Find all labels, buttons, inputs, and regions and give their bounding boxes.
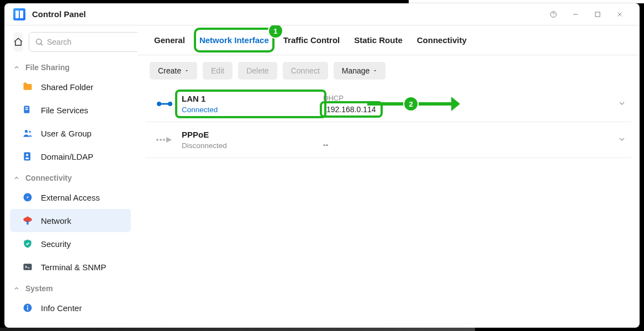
sidebar: File Sharing Shared Folder File Services… bbox=[4, 25, 138, 328]
svg-point-21 bbox=[27, 306, 28, 307]
help-button[interactable] bbox=[542, 3, 564, 25]
svg-point-27 bbox=[168, 102, 172, 106]
annotation-arrow: 2 bbox=[367, 102, 455, 106]
svg-marker-23 bbox=[186, 70, 188, 71]
interface-list: LAN 1 Connected DHCP 192.168.0.114 2 bbox=[138, 86, 640, 158]
annotation-step-2: 2 bbox=[404, 97, 418, 111]
connect-button: Connect bbox=[283, 62, 328, 80]
sidebar-item-label: File Services bbox=[41, 106, 88, 115]
sidebar-item-label: Info Center bbox=[41, 303, 82, 313]
shield-icon bbox=[22, 238, 33, 249]
delete-button: Delete bbox=[238, 62, 277, 80]
interface-row-lan1[interactable]: LAN 1 Connected DHCP 192.168.0.114 2 bbox=[145, 86, 632, 122]
svg-rect-17 bbox=[27, 221, 28, 225]
external-access-icon bbox=[22, 192, 33, 203]
interface-status: Disconnected bbox=[182, 141, 320, 150]
interface-name: LAN 1 bbox=[182, 94, 320, 103]
svg-rect-10 bbox=[25, 109, 28, 110]
titlebar: Control Panel bbox=[4, 3, 640, 25]
ethernet-connected-icon bbox=[151, 99, 178, 109]
sidebar-item-label: External Access bbox=[41, 193, 100, 202]
sidebar-item-label: Domain/LDAP bbox=[41, 152, 93, 161]
svg-rect-18 bbox=[24, 264, 32, 270]
home-button[interactable] bbox=[13, 32, 23, 52]
chevron-up-icon bbox=[13, 64, 20, 71]
sidebar-item-shared-folder[interactable]: Shared Folder bbox=[10, 75, 131, 98]
tab-static-route[interactable]: Static Route bbox=[353, 32, 404, 48]
svg-point-12 bbox=[29, 131, 31, 133]
maximize-button[interactable] bbox=[587, 3, 609, 25]
minimize-button[interactable] bbox=[564, 3, 587, 25]
terminal-icon bbox=[22, 261, 33, 272]
svg-point-1 bbox=[553, 15, 554, 16]
search-field[interactable] bbox=[29, 32, 138, 52]
close-button[interactable] bbox=[609, 3, 631, 25]
sidebar-item-user-group[interactable]: User & Group bbox=[10, 122, 131, 145]
interface-ip: -- bbox=[323, 140, 505, 149]
caret-down-icon bbox=[184, 69, 189, 73]
users-icon bbox=[22, 128, 33, 139]
manage-button[interactable]: Manage bbox=[334, 62, 386, 80]
svg-rect-22 bbox=[27, 307, 28, 310]
window-title: Control Panel bbox=[32, 9, 86, 19]
section-system[interactable]: System bbox=[4, 279, 136, 296]
sidebar-item-label: User & Group bbox=[41, 129, 92, 138]
section-connectivity[interactable]: Connectivity bbox=[4, 168, 136, 186]
interface-name: PPPoE bbox=[182, 130, 320, 139]
tab-general[interactable]: General bbox=[153, 32, 186, 48]
svg-point-11 bbox=[25, 130, 28, 133]
sidebar-item-security[interactable]: Security bbox=[10, 232, 131, 255]
sidebar-item-file-services[interactable]: File Services bbox=[10, 98, 131, 122]
chevron-up-icon bbox=[13, 285, 20, 292]
sidebar-item-terminal-snmp[interactable]: Terminal & SNMP bbox=[10, 255, 131, 279]
svg-point-14 bbox=[26, 154, 28, 156]
main-panel: General Network Interface 1 Traffic Cont… bbox=[138, 25, 640, 328]
chevron-down-icon[interactable] bbox=[617, 135, 626, 145]
edit-button: Edit bbox=[203, 62, 233, 80]
control-panel-app-icon bbox=[13, 8, 25, 20]
section-file-sharing[interactable]: File Sharing bbox=[4, 57, 136, 75]
info-icon bbox=[22, 302, 33, 313]
create-button[interactable]: Create bbox=[150, 62, 197, 80]
sidebar-item-info-center[interactable]: Info Center bbox=[10, 296, 131, 319]
svg-point-25 bbox=[157, 102, 161, 106]
tab-connectivity[interactable]: Connectivity bbox=[416, 32, 468, 48]
tab-traffic-control[interactable]: Traffic Control bbox=[282, 32, 341, 48]
tab-bar: General Network Interface 1 Traffic Cont… bbox=[138, 25, 640, 55]
svg-rect-13 bbox=[24, 153, 30, 161]
svg-point-30 bbox=[163, 139, 165, 141]
sidebar-item-label: Security bbox=[41, 239, 71, 249]
sidebar-item-label: Terminal & SNMP bbox=[41, 262, 106, 272]
caret-down-icon bbox=[373, 69, 377, 73]
sidebar-item-label: Shared Folder bbox=[41, 82, 93, 92]
sidebar-item-external-access[interactable]: External Access bbox=[10, 186, 131, 209]
svg-marker-24 bbox=[374, 70, 376, 71]
file-services-icon bbox=[22, 104, 33, 115]
tab-network-interface[interactable]: Network Interface 1 bbox=[198, 32, 270, 48]
svg-rect-9 bbox=[25, 107, 28, 108]
sidebar-item-network[interactable]: Network bbox=[10, 209, 131, 232]
search-input[interactable] bbox=[47, 38, 138, 46]
chevron-up-icon bbox=[13, 175, 20, 181]
folder-icon bbox=[22, 81, 33, 92]
interface-status: Connected bbox=[182, 106, 320, 114]
toolbar: Create Edit Delete Connect Manage bbox=[138, 55, 640, 86]
interface-ip: 192.168.0.114 bbox=[323, 104, 379, 114]
sidebar-item-domain-ldap[interactable]: Domain/LDAP bbox=[10, 145, 131, 168]
svg-rect-3 bbox=[595, 12, 600, 16]
svg-line-7 bbox=[41, 44, 43, 45]
svg-point-15 bbox=[24, 193, 32, 202]
svg-point-28 bbox=[156, 139, 159, 141]
interface-row-pppoe[interactable]: PPPoE Disconnected -- bbox=[145, 122, 632, 158]
chevron-down-icon[interactable] bbox=[617, 99, 626, 109]
control-panel-window: Control Panel bbox=[4, 3, 640, 328]
sidebar-item-label: Network bbox=[41, 216, 71, 225]
svg-point-6 bbox=[36, 39, 41, 44]
pppoe-disconnected-icon bbox=[151, 135, 178, 145]
annotation-step-1: 1 bbox=[269, 25, 282, 38]
network-icon bbox=[22, 215, 33, 226]
svg-point-29 bbox=[160, 139, 162, 141]
domain-icon bbox=[22, 151, 33, 162]
